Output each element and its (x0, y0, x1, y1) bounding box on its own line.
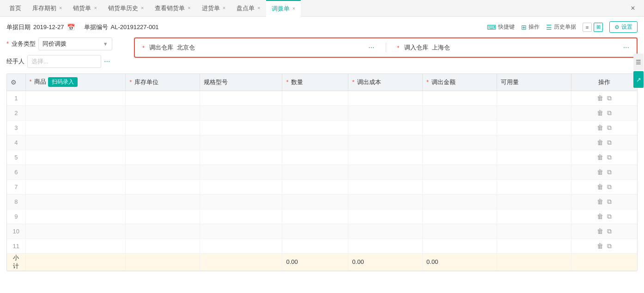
product-cell[interactable] (25, 179, 126, 194)
shortcuts-button[interactable]: ⌨ 快捷键 (487, 23, 515, 31)
tab-close-purchase-order[interactable]: × (223, 6, 225, 11)
spec-cell[interactable] (200, 135, 282, 150)
product-cell[interactable] (25, 165, 126, 179)
col-settings[interactable]: ⚙ (7, 74, 25, 91)
unit-cell[interactable] (126, 150, 200, 165)
copy-icon[interactable]: ⧉ (607, 168, 612, 176)
sidebar-list-tool[interactable]: ☰ (633, 54, 644, 70)
tab-home[interactable]: 首页 (4, 0, 27, 17)
qty-cell[interactable] (282, 238, 348, 253)
amount-cell[interactable] (423, 120, 497, 135)
amount-cell[interactable] (423, 224, 497, 238)
product-cell[interactable] (25, 224, 126, 238)
unit-cell[interactable] (126, 105, 200, 120)
copy-icon[interactable]: ⧉ (607, 213, 612, 220)
spec-cell[interactable] (200, 194, 282, 209)
spec-cell[interactable] (200, 238, 282, 253)
tab-close-transfer-order[interactable]: × (292, 6, 295, 11)
date-value[interactable]: 2019-12-27 (33, 24, 64, 31)
cost-cell[interactable] (348, 135, 423, 150)
qty-cell[interactable] (282, 91, 348, 105)
spec-cell[interactable] (200, 165, 282, 179)
amount-cell[interactable] (423, 135, 497, 150)
cost-cell[interactable] (348, 209, 423, 224)
copy-icon[interactable]: ⧉ (607, 198, 612, 206)
cost-cell[interactable] (348, 224, 423, 238)
tab-inventory-count[interactable]: 盘点单 × (231, 0, 266, 17)
tab-sales-order[interactable]: 销货单 × (67, 0, 102, 17)
calendar-icon[interactable]: 📅 (67, 24, 75, 31)
copy-icon[interactable]: ⧉ (607, 124, 612, 132)
cost-cell[interactable] (348, 165, 423, 179)
cost-cell[interactable] (348, 150, 423, 165)
table-gear-icon[interactable]: ⚙ (11, 79, 17, 86)
view-toggle-list[interactable]: ≡ (583, 23, 592, 32)
warehouse-out-more-icon[interactable]: ··· (368, 44, 374, 51)
tab-view-sales[interactable]: 查看销货单 × (149, 0, 196, 17)
qty-cell[interactable] (282, 209, 348, 224)
amount-cell[interactable] (423, 91, 497, 105)
unit-cell[interactable] (126, 135, 200, 150)
cost-cell[interactable] (348, 238, 423, 253)
copy-icon[interactable]: ⧉ (607, 153, 612, 161)
product-cell[interactable] (25, 150, 126, 165)
copy-icon[interactable]: ⧉ (607, 183, 612, 191)
sidebar-export-tool[interactable]: ↗ (633, 71, 644, 88)
qty-cell[interactable] (282, 135, 348, 150)
warehouse-in-more-icon[interactable]: ··· (623, 44, 629, 51)
product-cell[interactable] (25, 120, 126, 135)
qty-cell[interactable] (282, 120, 348, 135)
tab-inventory-init[interactable]: 库存期初 × (27, 0, 67, 17)
tab-close-inventory-init[interactable]: × (59, 6, 62, 11)
delete-icon[interactable]: 🗑 (597, 109, 603, 116)
tab-sales-history[interactable]: 销货单历史 × (103, 0, 149, 17)
spec-cell[interactable] (200, 150, 282, 165)
cost-cell[interactable] (348, 120, 423, 135)
qty-cell[interactable] (282, 165, 348, 179)
operations-button[interactable]: ⊞ 操作 (521, 23, 540, 31)
history-button[interactable]: ☰ 历史单据 (546, 23, 576, 31)
delete-icon[interactable]: 🗑 (597, 227, 603, 235)
tab-purchase-order[interactable]: 进货单 × (196, 0, 231, 17)
delete-icon[interactable]: 🗑 (597, 183, 603, 190)
amount-cell[interactable] (423, 238, 497, 253)
delete-icon[interactable]: 🗑 (597, 153, 603, 161)
tab-close-sales-order[interactable]: × (94, 6, 97, 11)
delete-icon[interactable]: 🗑 (597, 242, 603, 250)
scan-button[interactable]: 扫码录入 (48, 77, 78, 87)
cost-cell[interactable] (348, 91, 423, 105)
copy-icon[interactable]: ⧉ (607, 242, 612, 250)
product-cell[interactable] (25, 194, 126, 209)
qty-cell[interactable] (282, 179, 348, 194)
amount-cell[interactable] (423, 179, 497, 194)
spec-cell[interactable] (200, 105, 282, 120)
delete-icon[interactable]: 🗑 (597, 213, 603, 220)
warehouse-out-value[interactable]: 北京仓 (177, 43, 195, 52)
table-scroll-area[interactable]: ⚙ * 商品 扫码录入 * 库存单位 规格型号 * (7, 74, 637, 271)
business-type-select[interactable]: 同价调拨 ▼ (38, 37, 112, 50)
tab-close-view-sales[interactable]: × (188, 6, 190, 11)
delete-icon[interactable]: 🗑 (597, 198, 603, 205)
unit-cell[interactable] (126, 209, 200, 224)
view-toggle-grid[interactable]: ⊞ (594, 23, 603, 32)
delete-icon[interactable]: 🗑 (597, 124, 603, 131)
qty-cell[interactable] (282, 150, 348, 165)
delete-icon[interactable]: 🗑 (597, 139, 603, 146)
copy-icon[interactable]: ⧉ (607, 227, 612, 235)
tab-close-sales-history[interactable]: × (141, 6, 144, 11)
amount-cell[interactable] (423, 105, 497, 120)
unit-cell[interactable] (126, 165, 200, 179)
cost-cell[interactable] (348, 179, 423, 194)
unit-cell[interactable] (126, 179, 200, 194)
unit-cell[interactable] (126, 194, 200, 209)
qty-cell[interactable] (282, 105, 348, 120)
spec-cell[interactable] (200, 91, 282, 105)
product-cell[interactable] (25, 238, 126, 253)
amount-cell[interactable] (423, 209, 497, 224)
copy-icon[interactable]: ⧉ (607, 94, 612, 102)
tab-close-inventory-count[interactable]: × (257, 6, 260, 11)
product-cell[interactable] (25, 105, 126, 120)
spec-cell[interactable] (200, 224, 282, 238)
tab-transfer-order[interactable]: 调拨单 × (266, 0, 301, 17)
warehouse-in-value[interactable]: 上海仓 (432, 43, 450, 52)
